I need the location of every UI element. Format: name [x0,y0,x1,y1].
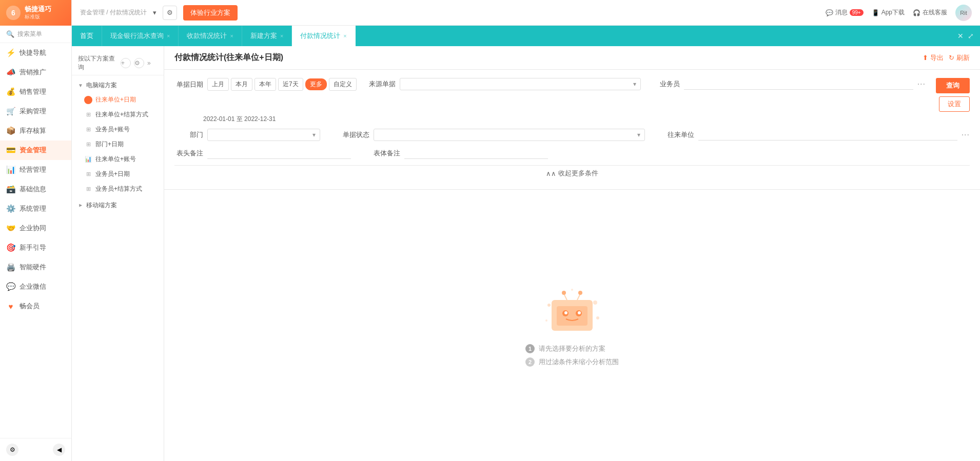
date-btn-7days[interactable]: 近7天 [278,78,303,91]
sidebar-item-purchase[interactable]: 🛒 采购管理 [0,102,71,121]
scheme-item-dept-date[interactable]: ⊞ 部门+日期 [72,137,164,152]
mobile-group-toggle[interactable]: ▼ 移动端方案 [72,198,164,212]
sidebar-item-management[interactable]: 📊 经营管理 [0,160,71,179]
scheme-add-btn[interactable]: + [121,58,131,68]
tabbar: 首页 现金银行流水查询 × 收款情况统计 × 新建方案 × 付款情况统计 × ✕… [72,26,980,46]
tab-home[interactable]: 首页 [72,26,102,46]
unit-input[interactable] [698,129,957,141]
online-service-btn[interactable]: 🎧 在线客服 [913,8,947,17]
scheme-item-staff-settle[interactable]: ⊞ 业务员+结算方式 [72,182,164,196]
desktop-group-toggle[interactable]: ▼ 电脑端方案 [72,78,164,92]
remark-body-label: 表体备注 [371,149,400,158]
svg-point-12 [545,319,547,322]
settings-btn[interactable]: 设置 [939,96,970,112]
sidebar-item-inventory[interactable]: 📦 库存核算 [0,121,71,141]
date-btn-more[interactable]: 更多 [305,78,327,90]
sidebar-item-wechat[interactable]: 💬 企业微信 [0,277,71,296]
date-btn-this-year[interactable]: 本年 [254,78,276,91]
sidebar-item-basic[interactable]: 🗃️ 基础信息 [0,179,71,199]
filter-row-3: 表头备注 表体备注 [174,147,970,159]
scheme-collapse-btn[interactable]: » [147,58,158,68]
sidebar-search[interactable]: 🔍 搜索菜单 [0,26,71,43]
sidebar-item-capital[interactable]: 💳 资金管理 [0,141,71,160]
hint1-text: 请先选择要分析的方案 [539,344,605,353]
main-panel: 付款情况统计(往来单位+日期) ⬆ 导出 ↻ 刷新 单 [164,46,980,461]
content-area: 按以下方案查询 + ⚙ » ▼ 电脑端方案 往来单位+日期 [72,46,980,461]
trial-btn[interactable]: 体验行业方案 [183,5,238,21]
app-download-btn[interactable]: 📱 App下载 [872,8,905,17]
sidebar-item-enterprise[interactable]: 🤝 企业协同 [0,218,71,238]
export-btn[interactable]: ⬆ 导出 [923,53,944,63]
staff-more-btn[interactable]: ··· [917,79,926,89]
empty-hint-2: 2 用过滤条件来缩小分析范围 [525,357,619,367]
svg-rect-1 [557,306,587,326]
svg-point-4 [564,311,567,314]
sidebar: 6 畅捷通巧 标准版 🔍 搜索菜单 ⚡ 快捷导航 📣 营销推广 💰 销售管理 🛒… [0,0,72,461]
date-range-display: 2022-01-01 至 2022-12-31 [203,115,276,123]
filter-query-actions: 查询 设置 [936,78,970,112]
tab-new-scheme-close[interactable]: × [280,33,283,39]
date-btn-last-month[interactable]: 上月 [207,78,229,91]
sidebar-item-label: 快捷导航 [19,48,46,57]
tab-expand-icon[interactable]: ⤢ [968,32,974,40]
refresh-btn[interactable]: ↻ 刷新 [949,53,970,63]
staff-input[interactable] [684,78,913,90]
unit-more-btn[interactable]: ··· [962,130,970,139]
scheme-item-label: 业务员+日期 [95,170,130,178]
tab-bank-flow-close[interactable]: × [167,33,170,39]
tab-payment-stats[interactable]: 付款情况统计 × [292,26,355,46]
sidebar-item-label: 企业微信 [19,282,46,291]
collapse-conditions-btn[interactable]: ∧∧ 收起更多条件 [174,165,970,181]
guide-icon: 🎯 [6,243,15,252]
topbar-settings-btn[interactable]: ⚙ [163,6,177,20]
tab-bank-flow[interactable]: 现金银行流水查询 × [102,26,179,46]
sidebar-item-vip[interactable]: ♥ 畅会员 [0,296,71,316]
tab-collection-stats[interactable]: 收款情况统计 × [179,26,242,46]
refresh-icon: ↻ [949,54,954,62]
message-icon: 💬 [826,9,833,16]
scheme-panel: 按以下方案查询 + ⚙ » ▼ 电脑端方案 往来单位+日期 [72,46,164,461]
scheme-item-staff-date[interactable]: ⊞ 业务员+日期 [72,167,164,182]
scheme-settings-btn[interactable]: ⚙ [134,58,144,68]
remark-body-input[interactable] [404,147,548,159]
footer-collapse-btn[interactable]: ◀ [53,444,65,456]
scheme-item-unit-settle[interactable]: ⊞ 往来单位+结算方式 [72,107,164,122]
date-btn-custom[interactable]: 自定义 [329,78,357,91]
tab-close-all-icon[interactable]: ✕ [957,32,964,40]
tab-payment-stats-close[interactable]: × [343,33,346,39]
hint2-text: 用过滤条件来缩小分析范围 [539,357,619,367]
staff-label: 业务员 [651,79,680,89]
sidebar-item-system[interactable]: ⚙️ 系统管理 [0,199,71,218]
sidebar-item-quick-nav[interactable]: ⚡ 快捷导航 [0,43,71,63]
remark-header-label: 表头备注 [174,149,203,158]
footer-settings-btn[interactable]: ⚙ [6,444,18,456]
sidebar-item-guide[interactable]: 🎯 新手引导 [0,238,71,257]
sidebar-item-sales[interactable]: 💰 销售管理 [0,82,71,102]
sidebar-item-hardware[interactable]: 🖨️ 智能硬件 [0,257,71,277]
desktop-group-label: 电脑端方案 [86,81,117,90]
date-btn-this-month[interactable]: 本月 [231,78,252,91]
tab-collection-stats-close[interactable]: × [230,33,233,39]
query-btn[interactable]: 查询 [936,78,970,93]
basic-icon: 🗃️ [6,185,15,194]
scheme-item-unit-account[interactable]: 📊 往来单位+账号 [72,152,164,167]
scheme-item-label: 往来单位+结算方式 [95,110,148,119]
dept-label: 部门 [174,130,203,139]
sidebar-item-marketing[interactable]: 📣 营销推广 [0,63,71,82]
scheme-item-label: 部门+日期 [95,140,124,149]
source-select[interactable]: ▾ [400,78,641,90]
scheme-item-unit-date[interactable]: 往来单位+日期 [72,92,164,107]
dept-select[interactable]: ▾ [207,129,320,141]
topbar-actions: 💬 消息 99+ 📱 App下载 🎧 在线客服 Rit [826,5,972,21]
service-icon: 🎧 [913,9,920,16]
message-badge: 99+ [850,9,864,16]
message-btn[interactable]: 💬 消息 99+ [826,8,864,17]
topbar-dropdown[interactable]: ▾ [153,9,156,16]
user-avatar[interactable]: Rit [955,5,972,21]
active-dot-icon [84,96,92,104]
status-select[interactable]: ▾ [374,129,645,141]
tab-new-scheme[interactable]: 新建方案 × [242,26,292,46]
avatar-text: Rit [960,10,967,16]
remark-header-input[interactable] [207,147,351,159]
scheme-item-staff-account[interactable]: ⊞ 业务员+账号 [72,122,164,137]
